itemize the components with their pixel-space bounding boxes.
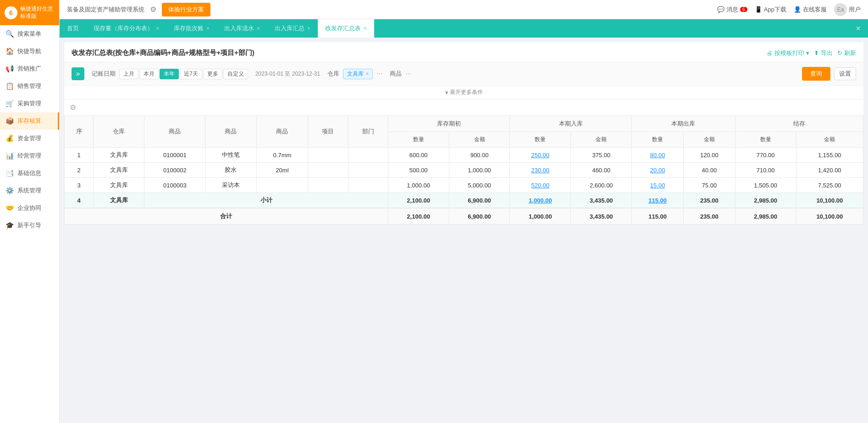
above-table: ⚙ [64,99,863,115]
tab-home-label: 首页 [67,24,79,33]
sidebar-item-marketing[interactable]: 📢营销推广 [0,60,59,77]
sidebar-icon-search: 🔍 [6,30,14,38]
sidebar-item-search[interactable]: 🔍搜索菜单 [0,25,59,43]
online-service-button[interactable]: 👤 在线客服 [794,5,827,14]
sidebar-icon-basic: 📑 [6,169,14,177]
sidebar-icon-newbie: 🎓 [6,221,14,230]
cell-department [348,178,388,193]
refresh-button[interactable]: ↻ 刷新 [837,49,856,57]
sidebar-item-enterprise[interactable]: 🤝企业协同 [0,199,59,217]
app-icon: 📱 [755,6,762,13]
sidebar-item-quick-nav[interactable]: 🏠快捷导航 [0,43,59,60]
date-btn-this-year[interactable]: 本年 [160,69,179,79]
total-label: 合计 [65,208,388,225]
cell-warehouse: 文具库 [94,178,144,193]
warehouse-filter-ellipsis[interactable]: ··· [376,70,382,78]
total-opening-amt: 6,900.00 [449,208,510,225]
sidebar-item-basic[interactable]: 📑基础信息 [0,165,59,182]
print-button[interactable]: 🖨 按模板打印 ▾ [767,49,809,57]
tab-batch[interactable]: 库存批次账 × [166,19,217,38]
col-balance-amt: 金额 [796,132,863,148]
subtotal-label: 小计 [144,193,388,209]
sidebar-label-quick-nav: 快捷导航 [17,47,41,55]
main-content: 装备及固定资产辅助管理系统 ⚙ 体验行业方案 💬 消息 6 📱 App下载 👤 … [60,0,868,423]
date-btn-this-month[interactable]: 本月 [139,69,159,79]
total-balance-qty: 2,985.00 [735,208,796,225]
sidebar-label-marketing: 营销推广 [17,65,41,73]
col-department: 部门 [348,116,388,148]
col-opening-amt: 金额 [449,132,510,148]
page-content: 收发存汇总表(按仓库+商品编码+商品+规格型号+项目+部门) 🖨 按模板打印 ▾… [60,38,868,423]
cell-project [308,148,348,163]
cell-spec: 20ml [256,163,308,178]
export-button[interactable]: ⬆ 导出 [814,49,833,57]
cell-opening-qty: 600.00 [388,148,449,163]
date-btn-7days[interactable]: 近7天 [180,69,202,79]
tab-home[interactable]: 首页 [60,19,86,38]
col-project: 项目 [308,116,348,148]
expand-more-button[interactable]: ▾ 展开更多条件 [445,88,483,96]
total-in-amt: 3,435.00 [571,208,632,225]
date-btn-more[interactable]: 更多 [203,69,222,79]
message-icon: 💬 [717,6,724,13]
warehouse-filter-label: 仓库 [327,70,339,78]
sidebar-label-enterprise: 企业协同 [17,204,41,212]
goods-filter-ellipsis[interactable]: ··· [405,70,411,78]
date-btn-custom[interactable]: 自定义 [223,69,248,79]
sidebar-item-inventory[interactable]: 📦库存核算 [0,112,59,130]
service-icon: 👤 [794,6,801,13]
tab-bar-close-button[interactable]: × [856,24,868,33]
filter-expand-button[interactable]: » [72,67,84,80]
col-in-amt: 金额 [571,132,632,148]
experience-button[interactable]: 体验行业方案 [162,3,210,16]
tab-receive-summary-close[interactable]: × [364,25,367,32]
cell-balance-qty: 710.00 [735,163,796,178]
date-btn-last-month[interactable]: 上月 [119,69,138,79]
table-row: 3 文具库 0100003 采访本 1,000.00 5,000.00 520.… [65,178,863,193]
sidebar-item-sales[interactable]: 📋销售管理 [0,77,59,95]
total-out-amt: 235.00 [683,208,735,225]
warehouse-tag-text: 文具库 [347,70,364,78]
settings-icon[interactable]: ⚙ [150,5,156,14]
col-group-in: 本期入库 [510,116,632,132]
sidebar-item-newbie[interactable]: 🎓新手引导 [0,217,59,234]
page-inner: 收发存汇总表(按仓库+商品编码+商品+规格型号+项目+部门) 🖨 按模板打印 ▾… [64,42,863,225]
sidebar-item-finance[interactable]: 💰资金管理 [0,130,59,147]
sidebar-icon-enterprise: 🤝 [6,204,14,212]
tab-inout-summary[interactable]: 出入库汇总 × [267,19,318,38]
cell-out-amt: 75.00 [683,178,735,193]
expand-more-row: ▾ 展开更多条件 [64,86,863,99]
sidebar-label-finance: 资金管理 [17,134,41,143]
sidebar-item-operation[interactable]: 📊经营管理 [0,147,59,165]
warehouse-filter-tag[interactable]: 文具库 × [343,69,373,79]
message-button[interactable]: 💬 消息 6 [717,5,747,14]
tab-batch-close[interactable]: × [206,25,210,32]
tab-inout-flow[interactable]: 出入库流水 × [217,19,267,38]
cell-out-amt: 40.00 [683,163,735,178]
cell-no: 1 [65,148,94,163]
query-button[interactable]: 查询 [802,67,830,81]
tab-inventory-dist-close[interactable]: × [156,25,159,32]
warehouse-tag-close[interactable]: × [365,71,369,77]
cell-department [348,163,388,178]
subtotal-opening-amt: 6,900.00 [449,193,510,209]
cell-out-qty: 80.00 [632,148,684,163]
tab-receive-summary[interactable]: 收发存汇总表 × [318,19,374,38]
filter-bar: » 记账日期 上月 本月 本年 近7天 更多 自定义 2023-01-01 至 … [64,62,863,86]
table-settings-icon[interactable]: ⚙ [70,103,76,112]
sidebar-item-purchase[interactable]: 🛒采购管理 [0,95,59,112]
tab-inout-flow-close[interactable]: × [257,25,260,32]
col-goods-spec: 商品 [256,116,308,148]
user-menu[interactable]: Ea 用户 [834,3,861,16]
message-badge: 6 [740,7,747,12]
tab-inventory-dist-label: 现存量（库存分布表） [94,24,153,33]
subtotal-opening-qty: 2,100.00 [388,193,449,209]
sidebar-item-system[interactable]: ⚙️系统管理 [0,182,59,199]
tab-inout-summary-close[interactable]: × [307,25,310,32]
cell-opening-qty: 1,000.00 [388,178,449,193]
app-download-button[interactable]: 📱 App下载 [755,5,786,14]
settings-button[interactable]: 设置 [834,67,856,80]
col-out-amt: 金额 [683,132,735,148]
print-label: 按模板打印 [774,49,804,57]
tab-inventory-dist[interactable]: 现存量（库存分布表） × [86,19,166,38]
